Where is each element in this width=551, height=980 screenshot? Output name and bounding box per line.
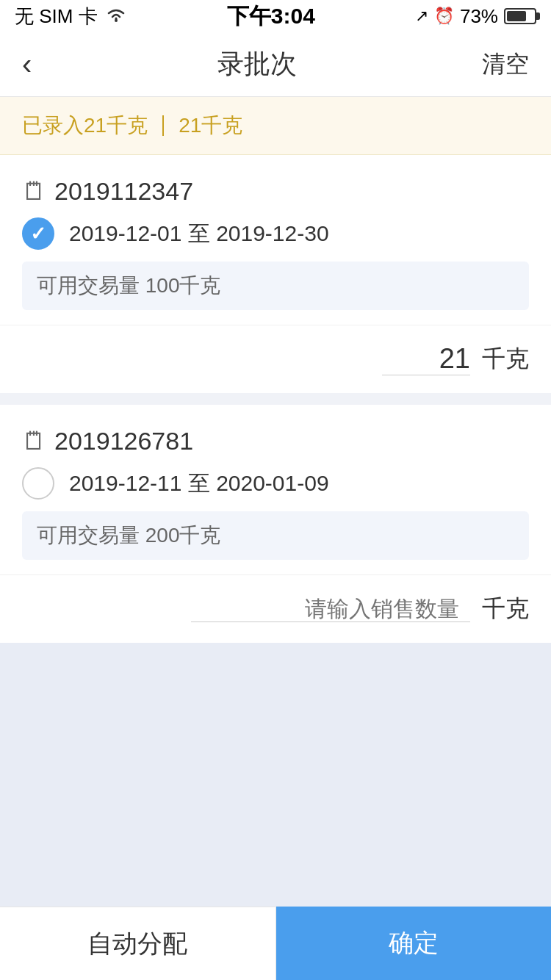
quantity-underline-1: 21 (382, 343, 470, 375)
batch-date-2: 2019-12-11 至 2020-01-09 (69, 469, 329, 499)
status-left: 无 SIM 卡 (15, 4, 127, 29)
availability-box-1: 可用交易量 100千克 (22, 262, 529, 310)
back-button[interactable]: ‹ (22, 48, 32, 81)
batch-date-row-2[interactable]: 2019-12-11 至 2020-01-09 (22, 467, 529, 500)
info-divider (162, 115, 164, 136)
nav-bar: ‹ 录批次 清空 (0, 32, 551, 97)
batch-id-row-1: 🗒 2019112347 (22, 177, 529, 206)
batch-id-1: 2019112347 (54, 177, 193, 206)
svg-point-0 (115, 19, 118, 22)
alarm-icon: ⏰ (434, 7, 454, 26)
batch-id-row-2: 🗒 2019126781 (22, 427, 529, 455)
batch-date-row-1[interactable]: 2019-12-01 至 2019-12-30 (22, 217, 529, 250)
input-underline-2[interactable] (191, 597, 470, 622)
sim-text: 无 SIM 卡 (15, 4, 98, 29)
radio-checked-1[interactable] (22, 217, 54, 250)
location-icon: ↗ (415, 7, 428, 26)
confirm-button[interactable]: 确定 (276, 907, 552, 980)
auto-distribute-button[interactable]: 自动分配 (0, 907, 276, 980)
quantity-unit-2: 千克 (482, 593, 529, 625)
status-right: ↗ ⏰ 73% (415, 5, 536, 28)
batch-date-1: 2019-12-01 至 2019-12-30 (69, 219, 329, 249)
batch-item-1: 🗒 2019112347 2019-12-01 至 2019-12-30 可用交… (0, 155, 551, 393)
batch-icon-2: 🗒 (22, 427, 47, 455)
clear-button[interactable]: 清空 (482, 48, 529, 81)
bottom-space (0, 643, 551, 929)
status-time: 下午3:04 (227, 1, 315, 32)
recorded-amount: 已录入21千克 (22, 112, 148, 140)
total-amount: 21千克 (179, 112, 242, 140)
batch-separator (0, 393, 551, 405)
radio-unchecked-2[interactable] (22, 467, 54, 500)
input-row-2[interactable]: 千克 (0, 574, 551, 643)
battery-icon (504, 8, 536, 24)
batch-icon-1: 🗒 (22, 177, 47, 206)
quantity-value-1: 21 (439, 343, 470, 374)
batch-item-2: 🗒 2019126781 2019-12-11 至 2020-01-09 可用交… (0, 405, 551, 643)
batch-item-1-inner: 🗒 2019112347 2019-12-01 至 2019-12-30 可用交… (0, 155, 551, 325)
status-bar: 无 SIM 卡 下午3:04 ↗ ⏰ 73% (0, 0, 551, 32)
batch-id-2: 2019126781 (54, 427, 193, 455)
bottom-bar: 自动分配 确定 (0, 907, 551, 980)
availability-box-2: 可用交易量 200千克 (22, 511, 529, 560)
wifi-icon (105, 5, 127, 28)
page-title: 录批次 (217, 46, 297, 82)
quantity-unit-1: 千克 (482, 343, 529, 375)
quantity-row-1: 21 千克 (0, 325, 551, 393)
info-bar: 已录入21千克 21千克 (0, 97, 551, 155)
quantity-input-2[interactable] (191, 597, 470, 621)
battery-percent: 73% (460, 5, 498, 28)
battery-fill (507, 11, 526, 21)
batch-item-2-inner: 🗒 2019126781 2019-12-11 至 2020-01-09 可用交… (0, 405, 551, 574)
